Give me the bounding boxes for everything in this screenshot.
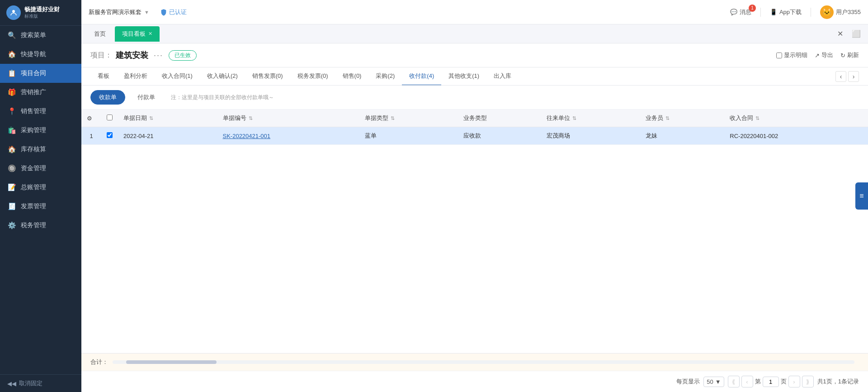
next-page-button[interactable]: › <box>788 376 800 387</box>
subtab-profit[interactable]: 盈利分析 <box>117 67 155 86</box>
show-detail-input[interactable] <box>776 53 782 58</box>
select-all-checkbox[interactable] <box>107 115 113 120</box>
window-maximize-button[interactable]: ⬜ <box>850 28 863 40</box>
partner-sort-icon[interactable]: ⇅ <box>572 115 576 121</box>
sidebar: 畅捷通好业财 标准版 🔍 搜索菜单 🏠 快捷导航 📋 项目合同 🎁 营销推广 📍… <box>0 0 81 392</box>
app-download-button[interactable]: 📱 App下载 <box>770 8 802 16</box>
th-code: 单据编号 ⇅ <box>217 110 359 127</box>
page-number-input[interactable] <box>763 377 779 387</box>
date-sort-icon[interactable]: ⇅ <box>149 115 153 121</box>
code-sort-icon[interactable]: ⇅ <box>249 115 253 121</box>
pagination: 每页显示 50 ▼ ⟪ ‹ 第 页 › ⟫ 共1页，1条记录 <box>81 371 868 392</box>
th-date: 单据日期 ⇅ <box>118 110 217 127</box>
subtab-income-confirm[interactable]: 收入确认(2) <box>200 67 245 86</box>
sidebar-item-tax[interactable]: ⚙️ 税务管理 <box>0 216 81 235</box>
sidebar-item-quick-nav[interactable]: 🏠 快捷导航 <box>0 45 81 64</box>
topbar-right: 💬 消息 1 📱 App下载 🐱 用户3355 <box>730 5 861 19</box>
cancel-fixed-button[interactable]: ◀◀ 取消固定 <box>0 374 81 392</box>
sidebar-item-purchase[interactable]: 🛍️ 采购管理 <box>0 121 81 140</box>
marketing-icon: 🎁 <box>7 88 16 96</box>
tab-home[interactable]: 首页 <box>87 26 113 42</box>
subtab-income-contract[interactable]: 收入合同(1) <box>155 67 200 86</box>
svg-point-0 <box>12 10 15 13</box>
page-size-label: 每页显示 <box>676 378 700 386</box>
prev-page-button[interactable]: ‹ <box>741 376 753 387</box>
export-button[interactable]: ↗ 导出 <box>815 51 833 59</box>
sidebar-item-project-contract[interactable]: 📋 项目合同 <box>0 64 81 83</box>
inner-tabbar: 收款单 付款单 注：这里是与项目关联的全部收付款单哦～ <box>81 86 868 110</box>
show-detail-checkbox[interactable]: 显示明细 <box>776 51 807 59</box>
subtab-tax-invoice[interactable]: 税务发票(0) <box>290 67 335 86</box>
first-page-button[interactable]: ⟪ <box>728 376 740 387</box>
floating-action-button[interactable]: ≡ <box>855 182 868 210</box>
sidebar-menu: 🔍 搜索菜单 🏠 快捷导航 📋 项目合同 🎁 营销推广 📍 销售管理 🛍️ 采购… <box>0 26 81 374</box>
subtab-prev-button[interactable]: ‹ <box>835 71 846 82</box>
topbar: 新服务官网演示账套 ▼ 已认证 💬 消息 1 📱 App下载 🐱 用户3 <box>81 0 868 24</box>
app-version: 标准版 <box>24 13 60 19</box>
subtab-navigation: ‹ › <box>835 71 859 82</box>
phone-icon: 📱 <box>770 9 777 15</box>
pin-icon: ◀◀ <box>7 380 16 387</box>
tab-project-kanban[interactable]: 项目看板 ✕ <box>115 26 160 42</box>
gear-icon[interactable]: ⚙ <box>87 115 92 122</box>
subtab-kanban[interactable]: 看板 <box>90 67 117 86</box>
subtab-receipt[interactable]: 收付款(4) <box>402 67 441 86</box>
subtab-purchase[interactable]: 采购(2) <box>368 67 402 86</box>
contract-sort-icon[interactable]: ⇅ <box>755 115 760 121</box>
salesman-sort-icon[interactable]: ⇅ <box>665 115 670 121</box>
sales-icon: 📍 <box>7 107 16 115</box>
scrollbar-thumb[interactable] <box>126 360 217 364</box>
message-button[interactable]: 💬 消息 1 <box>730 8 751 16</box>
sidebar-item-search[interactable]: 🔍 搜索菜单 <box>0 26 81 45</box>
tabbar-actions: ✕ ⬜ <box>834 28 863 40</box>
refresh-button[interactable]: ↻ 刷新 <box>840 51 859 59</box>
user-menu[interactable]: 🐱 用户3355 <box>820 5 861 19</box>
sidebar-item-funds[interactable]: 🔘 资金管理 <box>0 159 81 178</box>
row-num: 1 <box>81 127 101 145</box>
purchase-icon: 🛍️ <box>7 126 16 134</box>
subtab-sales-invoice[interactable]: 销售发票(0) <box>245 67 290 86</box>
tab-close-button[interactable]: ✕ <box>148 31 152 37</box>
row-checkbox[interactable] <box>107 132 113 138</box>
row-code: SK-20220421-001 <box>217 127 359 145</box>
subtab-warehouse[interactable]: 出入库 <box>486 67 519 86</box>
subtab-next-button[interactable]: › <box>848 71 859 82</box>
sidebar-item-invoice[interactable]: 🧾 发票管理 <box>0 197 81 216</box>
search-icon: 🔍 <box>7 31 16 39</box>
row-income-contract: RC-20220401-002 <box>724 127 868 145</box>
project-more-button[interactable]: ··· <box>154 51 163 60</box>
app-logo-icon <box>6 5 21 20</box>
page-size-select[interactable]: 50 ▼ <box>703 377 724 387</box>
divider2 <box>811 8 811 17</box>
subtab-sales[interactable]: 销售(0) <box>335 67 369 86</box>
inner-tab-receipt[interactable]: 收款单 <box>90 90 125 105</box>
app-name: 畅捷通好业财 <box>24 6 60 14</box>
row-code-link[interactable]: SK-20220421-001 <box>223 133 271 139</box>
sidebar-item-inventory[interactable]: 🏠 库存核算 <box>0 140 81 159</box>
table-wrap: ⚙ 单据日期 ⇅ 单据编号 <box>81 110 868 353</box>
subtab-other-income[interactable]: 其他收支(1) <box>441 67 486 86</box>
sidebar-item-ledger[interactable]: 📝 总账管理 <box>0 178 81 197</box>
scrollbar-track[interactable] <box>113 360 854 364</box>
inventory-icon: 🏠 <box>7 145 16 153</box>
avatar: 🐱 <box>820 5 834 19</box>
project-header: 项目： 建筑安装 ··· 已生效 显示明细 ↗ 导出 ↻ 刷新 <box>81 43 868 67</box>
project-status-badge: 已生效 <box>169 50 197 61</box>
tab-bar: 首页 项目看板 ✕ ✕ ⬜ <box>81 24 868 43</box>
window-close-button[interactable]: ✕ <box>834 28 846 40</box>
row-date: 2022-04-21 <box>118 127 217 145</box>
inner-tab-payment[interactable]: 付款单 <box>129 90 164 105</box>
invoice-icon: 🧾 <box>7 202 16 210</box>
sidebar-item-marketing[interactable]: 🎁 营销推广 <box>0 83 81 102</box>
content-area: 项目： 建筑安装 ··· 已生效 显示明细 ↗ 导出 ↻ 刷新 <box>81 43 868 392</box>
account-name: 新服务官网演示账套 <box>89 8 142 16</box>
sidebar-item-sales[interactable]: 📍 销售管理 <box>0 102 81 121</box>
th-type: 单据类型 ⇅ <box>359 110 458 127</box>
type-sort-icon[interactable]: ⇅ <box>391 115 395 121</box>
main-area: 新服务官网演示账套 ▼ 已认证 💬 消息 1 📱 App下载 🐱 用户3 <box>81 0 868 392</box>
row-partner: 宏茂商场 <box>541 127 640 145</box>
project-name: 建筑安装 <box>116 50 148 61</box>
th-salesman: 业务员 ⇅ <box>640 110 725 127</box>
account-selector[interactable]: 新服务官网演示账套 ▼ <box>89 8 149 16</box>
last-page-button[interactable]: ⟫ <box>802 376 814 387</box>
